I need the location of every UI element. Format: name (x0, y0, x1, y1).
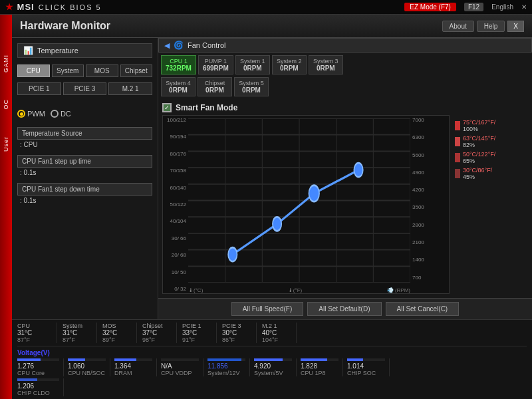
step-up-button[interactable]: CPU Fan1 step up time (17, 155, 152, 168)
legend-item-63: 63°C/145°F/ 82% (455, 135, 528, 148)
fan-card-sys4[interactable]: System 4 0RPM (161, 77, 196, 96)
voltage-name-nbsoc: CPU NB/SOC (68, 370, 106, 376)
fan-rpm-sys4: 0RPM (166, 86, 191, 94)
voltage-bar-cpu1p8-container (301, 358, 338, 361)
chart-rpm-700: 700 (410, 275, 449, 281)
fan-control-header: ◀ 🌀 Fan Control (158, 38, 532, 53)
pwm-radio[interactable]: PWM (17, 110, 45, 118)
voltage-bar-chipsoc (347, 358, 363, 361)
temp-c-m21: 40°C (262, 329, 291, 336)
temp-f-pcie1: 91°F (182, 336, 211, 343)
x-unit-rpm: 💨 (RPM) (387, 287, 410, 293)
temp-f-pcie3: 86°F (222, 336, 251, 343)
legend-item-50: 50°C/122°F/ 65% (455, 151, 528, 164)
chart-rpm-5600: 5600 (410, 152, 449, 158)
temp-source-value: : CPU (17, 141, 152, 148)
top-bar: ★ MSI CLICK BIOS 5 EZ Mode (F7) F12 Engl… (0, 0, 532, 15)
legend-pct-75: 100% (463, 126, 495, 132)
step-down-block: CPU Fan1 step down time : 0.1s (17, 183, 152, 204)
msi-logo: ★ MSI (5, 2, 35, 12)
x-unit-c: 🌡(°C) (188, 287, 203, 293)
voltage-val-sys12v: 11.856 (207, 362, 245, 370)
voltage-name-vddp: CPU VDDP (161, 370, 199, 376)
voltage-bar-cldo (17, 378, 37, 381)
chart-area: ✓ Smart Fan Mode 100/212 90/194 80/176 7… (162, 103, 450, 294)
close-hw-button[interactable]: X (507, 21, 524, 32)
temp-btn-system[interactable]: System (52, 65, 84, 77)
legend-temp-30: 30°C/86°F/ (463, 167, 492, 174)
voltage-bar-vddp-container (161, 358, 199, 361)
chart-y-90: 90/194 (163, 134, 188, 140)
fan-card-cpu1[interactable]: CPU 1 732RPM (161, 55, 196, 74)
voltage-name-dram: DRAM (114, 370, 152, 376)
temp-btn-pcie3[interactable]: PCIE 3 (63, 82, 107, 95)
ez-mode-button[interactable]: EZ Mode (F7) (404, 3, 456, 11)
fan-name-pump1: PUMP 1 (203, 58, 229, 65)
temp-f-m21: 104°F (262, 336, 291, 343)
voltage-vddp: N/A CPU VDDP (157, 358, 203, 376)
voltage-val-cpu-core: 1.276 (17, 362, 59, 370)
legend-temp-50: 50°C/122°F/ (463, 151, 495, 158)
fan-card-pump1[interactable]: PUMP 1 699RPM (198, 55, 233, 74)
temp-name-pcie1: PCIE 1 (182, 323, 211, 329)
voltage-bar-sys12v (207, 358, 241, 361)
set-default-button[interactable]: All Set Default(D) (307, 302, 381, 316)
chart-rpm-6300: 6300 (410, 134, 449, 140)
voltage-val-chipsoc: 1.014 (347, 362, 385, 370)
temp-btn-chipset[interactable]: Chipset (120, 65, 153, 77)
voltage-bar-cpu-core (17, 358, 41, 361)
right-panel: ◀ 🌀 Fan Control CPU 1 732RPM PUMP 1 699R… (158, 38, 532, 319)
fan-card-sys5[interactable]: System 5 0RPM (234, 77, 269, 96)
dc-radio-dot (51, 110, 59, 118)
chart-y-80: 80/176 (163, 151, 188, 157)
dc-radio[interactable]: DC (51, 110, 71, 118)
temp-btn-m21[interactable]: M.2 1 (108, 82, 152, 95)
chart-rpm-4900: 4900 (410, 170, 449, 176)
smart-fan-checkbox[interactable]: ✓ (162, 103, 172, 112)
temp-name-chipset: Chipset (142, 323, 171, 329)
sidebar-strip: GAMI OC User (0, 15, 12, 399)
chart-y-10: 10/ 50 (163, 269, 188, 275)
voltage-val-nbsoc: 1.060 (68, 362, 106, 370)
f12-button[interactable]: F12 (464, 3, 483, 11)
temp-btn-cpu[interactable]: CPU (17, 65, 50, 77)
voltage-bar-sys12v-container (207, 358, 245, 361)
hw-monitor-header: Hardware Monitor About Help X (12, 15, 532, 38)
fan-card-chipset[interactable]: Chipset 0RPM (198, 77, 232, 96)
legend-bar-50 (455, 153, 460, 162)
voltage-bar-nbsoc-container (68, 358, 106, 361)
chart-rpm-2800: 2800 (410, 222, 449, 228)
temp-stat-mos: MOS 32°C 89°F (97, 323, 137, 343)
legend-item-30: 30°C/86°F/ 45% (455, 167, 528, 180)
hw-header-buttons: About Help X (442, 21, 524, 32)
legend-bar-75 (455, 121, 460, 130)
fan-name-sys2: System 2 (277, 58, 302, 65)
voltage-chipsoc: 1.014 CHIP SOC (343, 358, 390, 376)
chart-y-30: 30/ 66 (163, 235, 188, 241)
fan-card-sys1[interactable]: System 1 0RPM (235, 55, 270, 74)
chart-rpm-labels: 7000 6300 5600 4900 4200 3500 2800 2100 … (410, 116, 449, 293)
chart-rpm-3500: 3500 (410, 204, 449, 210)
full-speed-button[interactable]: All Full Speed(F) (231, 302, 303, 316)
temp-name-cpu: CPU (17, 323, 51, 329)
voltage-name-cpu-core: CPU Core (17, 370, 59, 376)
about-button[interactable]: About (442, 21, 474, 32)
fan-card-sys2[interactable]: System 2 0RPM (272, 55, 307, 74)
temp-source-button[interactable]: Temperature Source (17, 127, 152, 140)
temp-stat-m21: M.2 1 40°C 104°F (257, 323, 297, 343)
temp-btn-mos[interactable]: MOS (86, 65, 118, 77)
temp-btn-pcie1[interactable]: PCIE 1 (17, 82, 61, 95)
voltage-bar-cpu1p8 (301, 358, 327, 361)
fan-name-sys3: System 3 (313, 58, 338, 65)
temp-stat-chipset: Chipset 37°C 98°F (137, 323, 177, 343)
fan-name-cpu1: CPU 1 (166, 58, 192, 65)
fan-card-sys3[interactable]: System 3 0RPM (309, 55, 343, 74)
fan-chart[interactable]: 100/212 90/194 80/176 70/158 60/140 50/1… (162, 115, 450, 294)
help-button[interactable]: Help (477, 21, 505, 32)
set-cancel-button[interactable]: All Set Cancel(C) (386, 302, 460, 316)
chart-y-40: 40/104 (163, 218, 188, 224)
step-down-button[interactable]: CPU Fan1 step down time (17, 183, 152, 196)
close-button[interactable]: ✕ (521, 3, 527, 11)
main-content: Hardware Monitor About Help X 📊 Temperat… (12, 15, 532, 399)
smart-fan-header: ✓ Smart Fan Mode (162, 103, 450, 112)
